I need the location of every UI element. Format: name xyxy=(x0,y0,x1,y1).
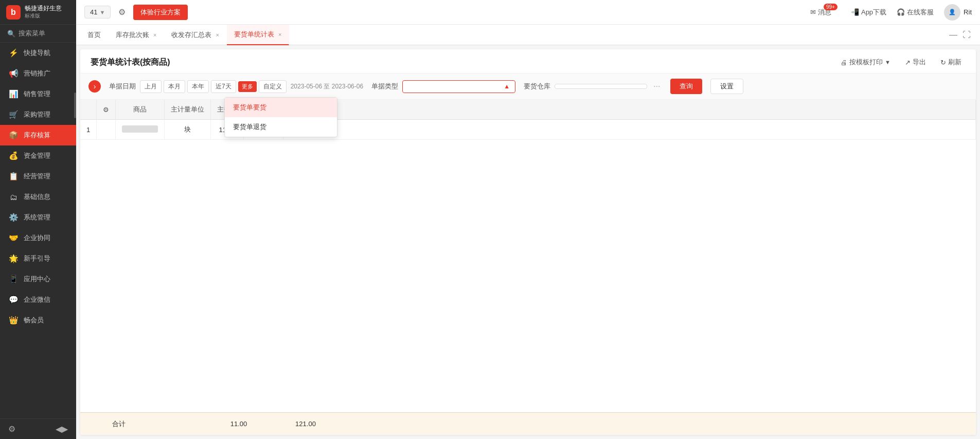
base-icon: 🗂 xyxy=(8,192,19,202)
more-filter-icon[interactable]: ··· xyxy=(651,80,662,93)
sidebar-item-label: 企业协同 xyxy=(24,233,50,243)
online-service-label: 在线客服 xyxy=(907,8,934,17)
sidebar-item-label: 企业微信 xyxy=(24,295,50,304)
marketing-icon: 📢 xyxy=(8,68,19,79)
last-7-days-btn[interactable]: 近7天 xyxy=(211,80,236,93)
sidebar-item-operations[interactable]: 📋 经营管理 xyxy=(0,166,76,187)
print-dropdown-icon: ▼ xyxy=(885,59,890,65)
set-button[interactable]: 设置 xyxy=(710,79,743,94)
print-button[interactable]: 🖨 按模板打印 ▼ xyxy=(836,56,895,69)
page-header-actions: 🖨 按模板打印 ▼ ↗ 导出 ↻ 刷新 xyxy=(836,56,966,69)
sidebar-scrollbar[interactable] xyxy=(74,93,76,118)
page-header: 要货单统计表(按商品) 🖨 按模板打印 ▼ ↗ 导出 ↻ 刷新 xyxy=(80,49,976,74)
sidebar-item-enterprise[interactable]: 🤝 企业协同 xyxy=(0,228,76,248)
online-service-button[interactable]: 🎧 在线客服 xyxy=(897,8,934,17)
warehouse-filter-group: 要货仓库 ··· xyxy=(524,80,662,93)
warehouse-label: 要货仓库 xyxy=(524,82,550,91)
app-download-button[interactable]: 📲 App下载 xyxy=(851,8,886,17)
order-type-label: 单据类型 xyxy=(371,82,398,91)
sidebar-item-label: 资金管理 xyxy=(24,151,50,160)
more-tag[interactable]: 更多 xyxy=(238,81,257,92)
tab-receive-summary-label: 收发存汇总表 xyxy=(171,30,211,40)
col-settings[interactable]: ⚙ xyxy=(97,100,116,120)
this-year-btn[interactable]: 本年 xyxy=(187,80,209,93)
query-button[interactable]: 查询 xyxy=(670,79,702,94)
refresh-button[interactable]: ↻ 刷新 xyxy=(936,56,966,69)
tab-order-stats-label: 要货单统计表 xyxy=(234,30,274,39)
message-badge: 99+ xyxy=(824,4,838,10)
sidebar-item-system[interactable]: ⚙️ 系统管理 xyxy=(0,207,76,228)
tab-receive-summary[interactable]: 收发存汇总表 × xyxy=(164,25,226,45)
dropdown-option-order-goods[interactable]: 要货单要货 xyxy=(225,98,337,117)
cell-goods xyxy=(116,120,165,140)
tab-expand-icon[interactable]: ⛶ xyxy=(961,29,972,41)
main-area: 41 ▼ ⚙ 体验行业方案 ✉ 消息 99+ 📲 App下载 🎧 在线客服 xyxy=(76,0,980,439)
table-body: 1 块 11.00 121.00 xyxy=(80,120,976,140)
filter-expand-button[interactable]: › xyxy=(88,80,101,93)
sidebar-item-guide[interactable]: 🌟 新手引导 xyxy=(0,248,76,269)
sidebar-item-members[interactable]: 👑 畅会员 xyxy=(0,310,76,331)
custom-date-btn[interactable]: 自定义 xyxy=(259,80,287,93)
avatar: 👤 xyxy=(944,4,960,21)
sidebar-item-finance[interactable]: 💰 资金管理 xyxy=(0,145,76,166)
sidebar-collapse-icon[interactable]: ◀▶ xyxy=(56,424,68,434)
logo-title: 畅捷通好生意 xyxy=(25,5,62,13)
sidebar-item-label: 畅会员 xyxy=(24,316,44,325)
sidebar-item-base[interactable]: 🗂 基础信息 xyxy=(0,187,76,207)
sidebar-item-label: 新手引导 xyxy=(24,254,50,263)
tab-inventory-batch-close[interactable]: × xyxy=(153,32,156,38)
this-month-btn[interactable]: 本月 xyxy=(164,80,185,93)
topbar: 41 ▼ ⚙ 体验行业方案 ✉ 消息 99+ 📲 App下载 🎧 在线客服 xyxy=(76,0,980,25)
tab-home[interactable]: 首页 xyxy=(80,25,109,45)
inventory-icon: 📦 xyxy=(8,130,19,140)
user-area[interactable]: 👤 Rit xyxy=(944,4,972,21)
settings-icon[interactable]: ⚙ xyxy=(8,424,15,434)
guide-icon: 🌟 xyxy=(8,253,19,264)
warehouse-selector[interactable] xyxy=(555,84,647,89)
goods-name-blurred xyxy=(122,125,158,133)
refresh-label: 刷新 xyxy=(948,58,961,67)
last-month-btn[interactable]: 上月 xyxy=(140,80,162,93)
trial-button[interactable]: 体验行业方案 xyxy=(133,5,188,20)
tab-inventory-batch[interactable]: 库存批次账 × xyxy=(109,25,164,45)
tab-order-stats[interactable]: 要货单统计表 × xyxy=(227,25,289,45)
sidebar-item-wechat[interactable]: 💬 企业微信 xyxy=(0,289,76,310)
tab-order-stats-close[interactable]: × xyxy=(278,31,281,38)
date-label: 单据日期 xyxy=(109,82,136,91)
message-icon: ✉ xyxy=(810,8,816,16)
sidebar-item-quick-nav[interactable]: ⚡ 快捷导航 xyxy=(0,43,76,63)
export-icon: ↗ xyxy=(905,59,911,66)
data-table: ⚙ 商品 主计量单位 主数量 零售金额 1 xyxy=(80,100,976,140)
print-label: 按模板打印 xyxy=(849,58,883,67)
sidebar-item-label: 库存核算 xyxy=(24,131,50,140)
tab-minimize-icon[interactable]: — xyxy=(948,29,958,41)
headset-icon: 🎧 xyxy=(897,8,905,16)
company-dropdown-icon: ▼ xyxy=(99,9,105,15)
cell-extra xyxy=(283,120,976,140)
col-unit: 主计量单位 xyxy=(165,100,211,120)
date-range-text: 2023-05-06 至 2023-06-06 xyxy=(291,82,363,91)
export-label: 导出 xyxy=(913,58,926,67)
message-button[interactable]: ✉ 消息 99+ xyxy=(810,8,831,17)
enterprise-icon: 🤝 xyxy=(8,233,19,243)
table-settings-icon[interactable]: ⚙ xyxy=(103,106,109,114)
footer-qty: 11.00 xyxy=(198,420,280,428)
order-type-input[interactable] xyxy=(408,83,502,90)
topbar-gear-button[interactable]: ⚙ xyxy=(115,5,129,20)
sidebar: b 畅捷通好生意 标准版 🔍 搜索菜单 ⚡ 快捷导航 📢 营销推广 📊 销售管理… xyxy=(0,0,76,439)
tab-receive-summary-close[interactable]: × xyxy=(216,32,219,38)
sidebar-item-marketing[interactable]: 📢 营销推广 xyxy=(0,63,76,84)
sidebar-item-purchase[interactable]: 🛒 采购管理 xyxy=(0,104,76,125)
sidebar-search[interactable]: 🔍 搜索菜单 xyxy=(0,25,76,43)
dropdown-option-order-return[interactable]: 要货单退货 xyxy=(225,117,337,137)
order-type-filter-group: 单据类型 ▲ xyxy=(371,80,515,93)
sidebar-item-sales[interactable]: 📊 销售管理 xyxy=(0,84,76,104)
tab-home-label: 首页 xyxy=(87,30,101,40)
sidebar-item-inventory[interactable]: 📦 库存核算 xyxy=(0,125,76,145)
company-selector[interactable]: 41 ▼ xyxy=(84,6,111,19)
sidebar-item-appstore[interactable]: 📱 应用中心 xyxy=(0,269,76,289)
order-type-dropdown[interactable]: ▲ xyxy=(402,80,515,93)
sidebar-item-label: 采购管理 xyxy=(24,110,50,119)
export-button[interactable]: ↗ 导出 xyxy=(901,56,930,69)
order-type-arrow-icon[interactable]: ▲ xyxy=(504,83,510,90)
